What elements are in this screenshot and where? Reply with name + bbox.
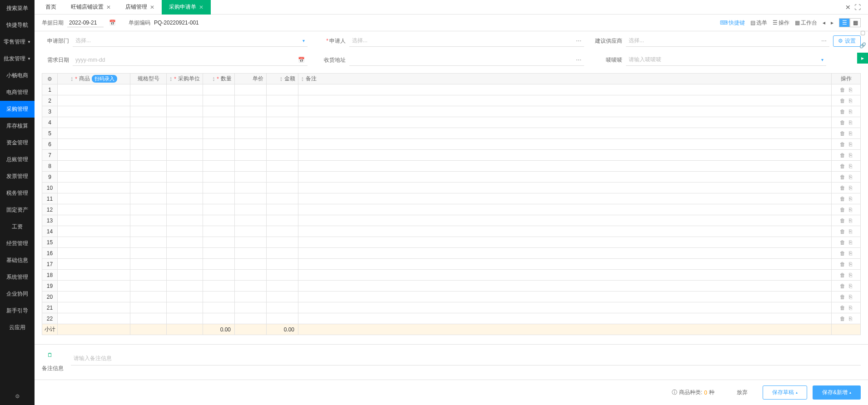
remarks-input[interactable]: 请输入备注信息	[71, 352, 861, 365]
cell-product[interactable]	[58, 204, 130, 215]
cell-price[interactable]	[235, 117, 267, 128]
cell-unit[interactable]	[167, 183, 203, 193]
settings-button[interactable]: ⚙ 设置	[833, 35, 861, 47]
cell-qty[interactable]	[203, 172, 235, 183]
cell-qty[interactable]	[203, 139, 235, 150]
tab-1[interactable]: 旺铺店铺设置✕	[64, 0, 118, 15]
cell-spec[interactable]	[130, 270, 167, 281]
cell-product[interactable]	[58, 150, 130, 161]
cell-amount[interactable]	[267, 248, 298, 259]
cell-product[interactable]	[58, 161, 130, 172]
cell-unit[interactable]	[167, 150, 203, 161]
side-icon-active[interactable]: ▸	[857, 53, 868, 64]
cell-unit[interactable]	[167, 237, 203, 248]
cell-remark[interactable]	[298, 150, 832, 161]
cell-product[interactable]	[58, 172, 130, 183]
delete-row-icon[interactable]: 🗑	[840, 228, 845, 235]
cell-price[interactable]	[235, 270, 267, 281]
delete-row-icon[interactable]: 🗑	[840, 141, 845, 148]
copy-row-icon[interactable]: ⎘	[849, 250, 852, 257]
cell-product[interactable]	[58, 106, 130, 117]
cell-spec[interactable]	[130, 172, 167, 183]
copy-row-icon[interactable]: ⎘	[849, 207, 852, 213]
save-draft-button[interactable]: 保存草稿▴	[763, 385, 807, 400]
cell-product[interactable]	[58, 117, 130, 128]
delete-row-icon[interactable]: 🗑	[840, 272, 845, 278]
sidebar-item-3[interactable]: 批发管理▼	[0, 50, 35, 67]
delete-row-icon[interactable]: 🗑	[840, 119, 845, 126]
copy-row-icon[interactable]: ⎘	[849, 109, 852, 115]
cell-product[interactable]	[58, 291, 130, 302]
cell-qty[interactable]	[203, 226, 235, 237]
cell-spec[interactable]	[130, 84, 167, 95]
cell-qty[interactable]	[203, 128, 235, 139]
cell-amount[interactable]	[267, 95, 298, 106]
cell-amount[interactable]	[267, 215, 298, 226]
cell-qty[interactable]	[203, 259, 235, 270]
cell-price[interactable]	[235, 84, 267, 95]
cell-remark[interactable]	[298, 281, 832, 291]
cell-qty[interactable]	[203, 215, 235, 226]
cell-spec[interactable]	[130, 150, 167, 161]
cell-remark[interactable]	[298, 270, 832, 281]
cell-unit[interactable]	[167, 117, 203, 128]
delete-row-icon[interactable]: 🗑	[840, 130, 845, 137]
cell-price[interactable]	[235, 291, 267, 302]
cell-qty[interactable]	[203, 313, 235, 324]
cell-spec[interactable]	[130, 281, 167, 291]
cell-price[interactable]	[235, 313, 267, 324]
col-spec[interactable]: 规格型号	[130, 74, 167, 84]
cell-remark[interactable]	[298, 313, 832, 324]
cell-amount[interactable]	[267, 313, 298, 324]
cell-unit[interactable]	[167, 106, 203, 117]
cell-remark[interactable]	[298, 106, 832, 117]
close-icon[interactable]: ✕	[150, 4, 154, 10]
cell-remark[interactable]	[298, 139, 832, 150]
copy-row-icon[interactable]: ⎘	[849, 217, 852, 224]
copy-row-icon[interactable]: ⎘	[849, 316, 852, 322]
cell-spec[interactable]	[130, 259, 167, 270]
cell-product[interactable]	[58, 281, 130, 291]
cell-product[interactable]	[58, 302, 130, 313]
sidebar-item-14[interactable]: 经营管理	[0, 235, 35, 252]
cell-price[interactable]	[235, 259, 267, 270]
expand-icon[interactable]: ⛶	[854, 4, 861, 11]
cell-qty[interactable]	[203, 291, 235, 302]
cell-qty[interactable]	[203, 204, 235, 215]
tab-3[interactable]: 采购申请单✕	[162, 0, 211, 15]
copy-row-icon[interactable]: ⎘	[849, 228, 852, 235]
cell-spec[interactable]	[130, 106, 167, 117]
cell-qty[interactable]	[203, 117, 235, 128]
scan-input-badge[interactable]: 扫码录入	[92, 75, 117, 83]
cell-unit[interactable]	[167, 95, 203, 106]
close-icon[interactable]: ✕	[106, 4, 111, 10]
cell-spec[interactable]	[130, 95, 167, 106]
cell-qty[interactable]	[203, 161, 235, 172]
sidebar-item-19[interactable]: 云应用	[0, 319, 35, 336]
cell-price[interactable]	[235, 106, 267, 117]
ship-addr-select[interactable]: ⋯	[349, 54, 584, 66]
delete-row-icon[interactable]: 🗑	[840, 109, 845, 115]
cell-qty[interactable]	[203, 248, 235, 259]
cell-remark[interactable]	[298, 183, 832, 193]
cell-spec[interactable]	[130, 302, 167, 313]
side-icon-1[interactable]: ▢	[857, 27, 868, 38]
cell-remark[interactable]	[298, 204, 832, 215]
cell-price[interactable]	[235, 183, 267, 193]
cell-amount[interactable]	[267, 128, 298, 139]
sidebar-item-17[interactable]: 企业协同	[0, 286, 35, 302]
attachment-icon[interactable]: 🔗	[857, 40, 868, 51]
cell-spec[interactable]	[130, 193, 167, 204]
copy-row-icon[interactable]: ⎘	[849, 196, 852, 202]
cell-amount[interactable]	[267, 270, 298, 281]
delete-row-icon[interactable]: 🗑	[840, 163, 845, 169]
cell-product[interactable]	[58, 313, 130, 324]
cell-qty[interactable]	[203, 193, 235, 204]
col-amount[interactable]: ▲▼金额	[267, 74, 298, 84]
cell-remark[interactable]	[298, 95, 832, 106]
col-qty[interactable]: ▲▼*数量	[203, 74, 235, 84]
copy-row-icon[interactable]: ⎘	[849, 174, 852, 180]
delete-row-icon[interactable]: 🗑	[840, 152, 845, 158]
cell-amount[interactable]	[267, 226, 298, 237]
cell-amount[interactable]	[267, 237, 298, 248]
